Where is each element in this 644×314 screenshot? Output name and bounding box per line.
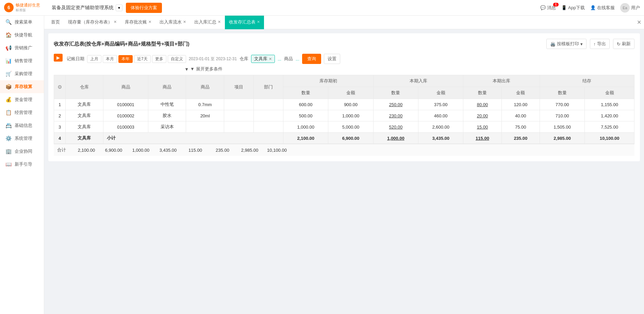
settings-small-btn[interactable]: 设置 bbox=[324, 54, 340, 64]
th-dept: 部门 bbox=[254, 75, 283, 99]
sidebar-item-sales[interactable]: 📊 销售管理 bbox=[0, 54, 44, 67]
logo-sub: 标准版 bbox=[16, 8, 40, 13]
sidebar-item-enterprise[interactable]: 🏢 企业协同 bbox=[0, 145, 44, 158]
cell-open-qty: 500.00 bbox=[283, 110, 328, 121]
sidebar-item-basicinfo[interactable]: 📇 基础信息 bbox=[0, 119, 44, 132]
tab-recv-send-summary[interactable]: 收发存汇总表 ✕ bbox=[225, 16, 264, 29]
cell-out-qty[interactable]: 80.00 bbox=[463, 99, 501, 110]
main-table: ⚙ 仓库 商品 商品 商品 项目 部门 库存期初 本期入库 本期出库 bbox=[54, 75, 634, 144]
tab-home[interactable]: 首页 bbox=[47, 16, 64, 29]
date-btn-last-month[interactable]: 上月 bbox=[87, 55, 101, 63]
cell-open-amt: 900.00 bbox=[328, 99, 373, 110]
export-icon: ↑ bbox=[594, 42, 596, 47]
cell-in-qty[interactable]: 520.00 bbox=[373, 121, 418, 133]
sidebar-item-newbie[interactable]: 📖 新手引导 bbox=[0, 158, 44, 171]
cell-in-qty[interactable]: 230.00 bbox=[373, 110, 418, 121]
subtotal-out-qty[interactable]: 115.00 bbox=[463, 133, 501, 144]
date-btn-this-month[interactable]: 本月 bbox=[103, 55, 117, 63]
page-area: 收发存汇总表(按仓库+商品编码+商品+规格型号+项目+部门) 🖨️ 按模板打印 … bbox=[44, 29, 644, 314]
sidebar: 🔍 搜索菜单 🏠 快捷导航 📢 营销推广 📊 销售管理 🛒 采购管理 📦 库存核… bbox=[0, 16, 44, 314]
cell-in-amt: 460.00 bbox=[418, 110, 463, 121]
sidebar-item-purchase[interactable]: 🛒 采购管理 bbox=[0, 67, 44, 80]
subtotal-in-amt: 3,435.00 bbox=[418, 133, 463, 144]
th-open-qty: 数量 bbox=[283, 87, 328, 99]
cell-in-amt: 375.00 bbox=[418, 99, 463, 110]
query-btn[interactable]: 查询 bbox=[302, 54, 321, 64]
warehouse-filter-label: 仓库 bbox=[240, 56, 248, 62]
footer-in-amt: 3,435.00 bbox=[154, 148, 182, 153]
subtotal-out-amt: 235.00 bbox=[501, 133, 540, 144]
export-btn[interactable]: ↑ 导出 bbox=[590, 39, 610, 49]
warehouse-more-btn[interactable]: ... bbox=[278, 56, 281, 62]
tab-close-inventory-dist[interactable]: ✕ bbox=[114, 20, 117, 24]
date-btn-7days[interactable]: 近7天 bbox=[134, 55, 151, 63]
page-title-row: 收发存汇总表(按仓库+商品编码+商品+规格型号+项目+部门) 🖨️ 按模板打印 … bbox=[54, 39, 634, 49]
tab-inventory-dist[interactable]: 现存量（库存分布表） ✕ bbox=[64, 16, 121, 29]
table-row: 3 文具库 0100003 采访本 1,000.00 5,000.00 520.… bbox=[54, 121, 634, 133]
th-warehouse: 仓库 bbox=[66, 75, 103, 99]
sidebar-item-system[interactable]: ⚙️ 系统管理 bbox=[0, 132, 44, 145]
refresh-btn[interactable]: ↻ 刷新 bbox=[613, 39, 634, 49]
subtotal-warehouse: 文具库 bbox=[66, 133, 103, 144]
cell-name: 中性笔 bbox=[148, 99, 186, 110]
sidebar-item-label: 新手引导 bbox=[15, 161, 32, 167]
cell-in-amt: 2,600.00 bbox=[418, 121, 463, 133]
date-range: 2023-01-01 至 2023-12-31 bbox=[189, 56, 237, 62]
finance-icon: 💰 bbox=[5, 97, 12, 103]
messages-btn[interactable]: 💬 消息 6 bbox=[540, 5, 556, 11]
footer-out-qty: 115.00 bbox=[182, 148, 209, 153]
print-btn[interactable]: 🖨️ 按模板打印 ▾ bbox=[546, 39, 587, 49]
date-btn-this-year[interactable]: 本年 bbox=[118, 55, 133, 63]
subtotal-row: 4 文具库 小计 2,100.00 6,900.00 1,000.00 3,43… bbox=[54, 133, 634, 144]
th-closing: 结存 bbox=[540, 75, 634, 87]
sidebar-item-marketing[interactable]: 📢 营销推广 bbox=[0, 42, 44, 54]
footer-out-amt: 235.00 bbox=[209, 148, 236, 153]
table-settings-icon[interactable]: ⚙ bbox=[57, 84, 62, 90]
cell-in-qty[interactable]: 250.00 bbox=[373, 99, 418, 110]
filter-toggle-btn[interactable]: ▶ bbox=[54, 54, 63, 62]
sidebar-item-label: 经营管理 bbox=[15, 110, 32, 116]
try-industry-btn[interactable]: 体验行业方案 bbox=[126, 3, 162, 13]
cell-warehouse: 文具库 bbox=[66, 121, 103, 133]
tab-close-batch-ledger[interactable]: ✕ bbox=[148, 20, 151, 24]
cell-dept bbox=[254, 121, 283, 133]
goods-filter-label: 商品 bbox=[284, 56, 293, 62]
print-icon: 🖨️ bbox=[550, 42, 556, 47]
cell-warehouse: 文具库 bbox=[66, 110, 103, 121]
sidebar-item-label: 采购管理 bbox=[15, 71, 32, 77]
date-btns: 上月 本月 本年 近7天 更多 自定义 bbox=[87, 55, 186, 63]
online-service-btn[interactable]: 👤 在线客服 bbox=[590, 5, 615, 11]
sidebar-item-operations[interactable]: 📋 经营管理 bbox=[0, 106, 44, 119]
sidebar-item-finance[interactable]: 💰 资金管理 bbox=[0, 93, 44, 106]
sidebar-item-label: 快捷导航 bbox=[15, 32, 32, 38]
cell-out-qty[interactable]: 15.00 bbox=[463, 121, 501, 133]
tab-in-out-summary[interactable]: 出入库汇总 ✕ bbox=[190, 16, 225, 29]
th-outbound: 本期出库 bbox=[463, 75, 540, 87]
cell-project bbox=[224, 121, 254, 133]
sidebar-item-inventory[interactable]: 📦 库存核算 bbox=[0, 80, 44, 93]
search-icon: 🔍 bbox=[5, 19, 12, 25]
tab-close-recv-send-summary[interactable]: ✕ bbox=[257, 20, 260, 24]
sidebar-item-search[interactable]: 🔍 搜索菜单 bbox=[0, 16, 44, 29]
tab-close-in-out-summary[interactable]: ✕ bbox=[218, 20, 221, 24]
expand-conditions-btn[interactable]: ▼ ▼ 展开更多条件 bbox=[184, 66, 222, 72]
date-btn-custom[interactable]: 自定义 bbox=[168, 55, 186, 63]
tab-close-in-out-flow[interactable]: ✕ bbox=[183, 20, 186, 24]
warehouse-tag-remove[interactable]: ✕ bbox=[269, 57, 272, 61]
subtotal-in-qty[interactable]: 1,000.00 bbox=[373, 133, 418, 144]
system-dropdown-btn[interactable]: ▾ bbox=[116, 4, 122, 11]
user-btn[interactable]: Ea 用户 bbox=[620, 3, 640, 13]
close-all-tabs-btn[interactable]: ✕ bbox=[637, 19, 641, 26]
goods-more-btn[interactable]: ... bbox=[296, 56, 299, 62]
marketing-icon: 📢 bbox=[5, 45, 12, 51]
cell-out-qty[interactable]: 20.00 bbox=[463, 110, 501, 121]
tab-batch-ledger[interactable]: 库存批次账 ✕ bbox=[121, 16, 155, 29]
sidebar-item-label: 搜索菜单 bbox=[15, 19, 32, 25]
system-icon: ⚙️ bbox=[5, 135, 12, 142]
date-btn-more[interactable]: 更多 bbox=[152, 55, 166, 63]
app-download-btn[interactable]: 📱 App下载 bbox=[561, 5, 585, 11]
system-title-text: 装备及固定资产辅助管理系统 bbox=[52, 5, 114, 11]
tab-in-out-flow[interactable]: 出入库流水 ✕ bbox=[155, 16, 190, 29]
sidebar-item-quicknav[interactable]: 🏠 快捷导航 bbox=[0, 29, 44, 42]
cell-close-qty: 710.00 bbox=[540, 110, 584, 121]
